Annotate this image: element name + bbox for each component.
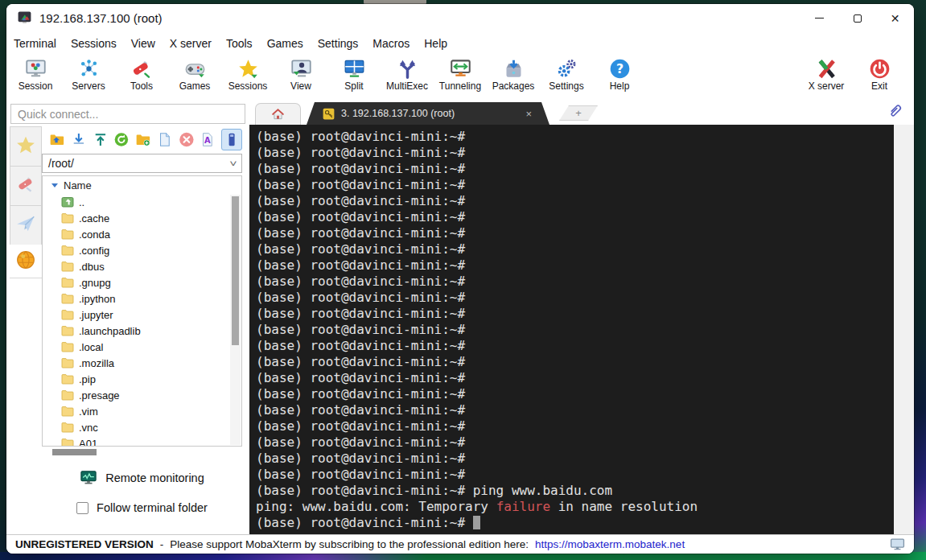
tree-entry-name: .conda <box>79 229 110 241</box>
toolbar-servers-button[interactable]: Servers <box>62 56 115 92</box>
tree-row-vim[interactable]: .vim <box>61 403 241 419</box>
settings-icon <box>556 58 578 80</box>
unregistered-version-label: UNREGISTERED VERSION <box>15 538 154 550</box>
file-tree-hscrollbar-thumb[interactable] <box>52 449 97 455</box>
toolbar-label: Split <box>344 80 363 92</box>
menu-x-server[interactable]: X server <box>163 35 219 52</box>
toolbar-settings-button[interactable]: Settings <box>540 56 593 92</box>
tree-entry-name: .cache <box>79 212 109 224</box>
side-tab-tools[interactable] <box>10 166 42 206</box>
menu-terminal[interactable]: Terminal <box>6 35 64 52</box>
tree-row-[interactable]: .. <box>61 194 241 210</box>
follow-terminal-folder-checkbox[interactable] <box>76 502 88 514</box>
terminal-body: (base) root@davinci-mini:~#(base) root@d… <box>249 125 914 534</box>
toolbar-label: MultiExec <box>386 80 428 92</box>
tree-row-dbus[interactable]: .dbus <box>61 258 241 274</box>
multiexec-icon <box>397 58 418 80</box>
svg-text:?: ? <box>615 61 623 76</box>
tree-row-jupyter[interactable]: .jupyter <box>61 307 241 323</box>
toolbar-label: Settings <box>549 80 583 92</box>
window-title: 192.168.137.100 (root) <box>39 11 163 25</box>
sessions-star-icon <box>237 58 259 80</box>
tree-entry-name: .vim <box>79 406 98 418</box>
tree-row-cache[interactable]: .cache <box>61 210 241 226</box>
toolbar-games-button[interactable]: Games <box>168 56 221 92</box>
mobaxterm-link[interactable]: https://mobaxterm.mobatek.net <box>535 538 685 550</box>
terminal-scrollbar[interactable] <box>894 125 914 534</box>
side-tab-sftp[interactable] <box>10 245 42 278</box>
follow-terminal-folder-option: Follow terminal folder <box>42 501 242 514</box>
tree-row-conda[interactable]: .conda <box>61 226 241 242</box>
upload-icon[interactable] <box>93 131 109 148</box>
terminal-output[interactable]: (base) root@davinci-mini:~#(base) root@d… <box>249 125 894 534</box>
file-tree: ...cache.conda.config.dbus.gnupg.ipython… <box>43 194 241 446</box>
tree-row-launchpadlib[interactable]: .launchpadlib <box>61 323 241 339</box>
title-bar[interactable]: 192.168.137.100 (root) ✕ <box>6 4 914 32</box>
file-tree-scrollbar[interactable] <box>230 195 241 445</box>
tree-row-ipython[interactable]: .ipython <box>61 290 241 307</box>
edit-icon[interactable]: A <box>200 131 216 148</box>
delete-icon[interactable] <box>179 131 195 148</box>
tree-entry-name: A01 <box>79 438 97 447</box>
key-icon <box>323 108 335 120</box>
menu-view[interactable]: View <box>124 35 163 52</box>
new-tab-button[interactable]: + <box>559 105 598 121</box>
download-icon[interactable] <box>71 131 87 148</box>
menu-help[interactable]: Help <box>417 35 455 52</box>
toolbar-view-button[interactable]: View <box>274 56 327 92</box>
menu-games[interactable]: Games <box>260 35 311 52</box>
terminal-line: (base) root@davinci-mini:~# <box>256 129 894 145</box>
new-file-icon[interactable] <box>157 131 173 148</box>
file-tree-hscrollbar[interactable] <box>42 449 242 456</box>
tree-row-mozilla[interactable]: .mozilla <box>61 355 241 371</box>
folder-icon <box>61 422 74 433</box>
side-tab-macros[interactable] <box>10 205 42 245</box>
folder-icon <box>61 277 74 288</box>
remote-monitoring-button[interactable]: Remote monitoring <box>42 470 242 486</box>
file-tracking-icon[interactable] <box>221 129 242 150</box>
quick-connect-input[interactable] <box>10 104 245 124</box>
toolbar-multiexec-button[interactable]: MultiExec <box>381 56 434 92</box>
maximize-icon[interactable] <box>838 4 876 32</box>
toolbar-x-server-button[interactable]: X server <box>800 56 853 92</box>
new-folder-icon[interactable] <box>135 131 151 148</box>
tree-row-vnc[interactable]: .vnc <box>61 419 241 435</box>
refresh-icon[interactable] <box>113 131 130 148</box>
tree-row-gnupg[interactable]: .gnupg <box>61 274 241 290</box>
menu-tools[interactable]: Tools <box>219 35 260 52</box>
tree-row-presage[interactable]: .presage <box>61 387 241 403</box>
paperclip-icon[interactable] <box>887 102 903 119</box>
side-tab-sessions[interactable] <box>10 126 42 167</box>
tree-row-a01[interactable]: A01 <box>61 435 241 446</box>
error-text: in name resolution <box>550 499 698 514</box>
tab-home[interactable] <box>255 103 301 125</box>
toolbar-split-button[interactable]: Split <box>327 56 381 92</box>
tree-row-config[interactable]: .config <box>61 242 241 258</box>
file-tree-scrollbar-thumb[interactable] <box>232 196 239 345</box>
minimize-icon[interactable] <box>800 4 838 32</box>
close-icon[interactable]: ✕ <box>876 4 914 32</box>
display-status-icon[interactable] <box>890 537 905 551</box>
terminal-line: (base) root@davinci-mini:~# <box>256 290 894 306</box>
toolbar-exit-button[interactable]: Exit <box>853 56 906 92</box>
tab-close-icon[interactable]: × <box>525 108 532 120</box>
parent-directory-icon[interactable] <box>49 131 65 148</box>
globe-icon <box>15 249 36 274</box>
file-tree-header[interactable]: Name <box>43 176 241 194</box>
terminal-tab-bar: 3. 192.168.137.100 (root) × + <box>249 100 914 125</box>
toolbar-session-button[interactable]: Session <box>9 56 62 92</box>
toolbar-packages-button[interactable]: Packages <box>487 56 540 92</box>
toolbar-sessions-button[interactable]: Sessions <box>221 56 274 92</box>
menu-sessions[interactable]: Sessions <box>64 35 124 52</box>
tab-session-active[interactable]: 3. 192.168.137.100 (root) × <box>307 102 549 125</box>
menu-macros[interactable]: Macros <box>365 35 417 52</box>
tree-row-pip[interactable]: .pip <box>61 371 241 387</box>
tree-row-local[interactable]: .local <box>61 339 241 355</box>
menu-settings[interactable]: Settings <box>311 35 366 52</box>
toolbar-tools-button[interactable]: Tools <box>115 56 168 92</box>
path-dropdown[interactable]: /root/ ˅ <box>42 154 242 173</box>
toolbar-tunneling-button[interactable]: Tunneling <box>434 56 487 92</box>
side-panel-tabs <box>6 126 42 534</box>
terminal-line: (base) root@davinci-mini:~# <box>256 402 894 418</box>
toolbar-help-button[interactable]: ?Help <box>593 56 646 92</box>
